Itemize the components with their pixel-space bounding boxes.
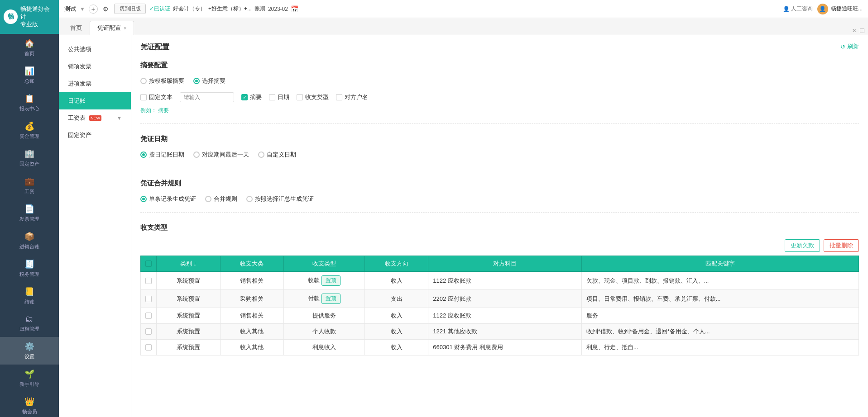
radio-select-summary[interactable]: 选择摘要 bbox=[193, 77, 225, 85]
window-maximize-button[interactable]: □ bbox=[860, 27, 864, 35]
sidebar-item-ledger[interactable]: 📊 总账 bbox=[0, 62, 59, 89]
sidebar-item-purchases[interactable]: 📦 进销台账 bbox=[0, 227, 59, 255]
sub-nav-item-purchase-invoice[interactable]: 进项发票 bbox=[59, 75, 131, 92]
invoice-icon: 📄 bbox=[24, 204, 34, 214]
radio-circle bbox=[193, 152, 200, 158]
summary-config-title: 摘要配置 bbox=[140, 61, 859, 70]
row-checkbox-box bbox=[145, 328, 152, 335]
topbar: 测试 ▼ + ⚙ 切到旧版 ✓已认证 好会计（专） +好生意（标）+... 账期… bbox=[59, 0, 868, 18]
row-category: 系统预置 bbox=[157, 308, 221, 324]
checkbox-counterpart-name[interactable]: 对方户名 bbox=[336, 93, 368, 101]
topbar-add-button[interactable]: + bbox=[89, 5, 98, 14]
row-checkbox[interactable] bbox=[145, 313, 152, 319]
radio-single-record[interactable]: 单条记录生成凭证 bbox=[140, 195, 196, 203]
checkbox-income-expense-type[interactable]: 收支类型 bbox=[297, 93, 329, 101]
topbar-status: ✓已认证 好会计（专） +好生意（标）+... 账期 2023-02 📅 bbox=[149, 5, 298, 13]
service-button[interactable]: 👤 人工咨询 bbox=[783, 5, 813, 13]
sub-nav-item-public[interactable]: 公共选项 bbox=[59, 41, 131, 58]
table-row: 系统预置 收入其他 个人收款 收入 1221 其他应收款 收到*借款、收到*备用… bbox=[141, 324, 859, 340]
type-tag[interactable]: 置顶 bbox=[321, 275, 340, 286]
radio-journal-date[interactable]: 按日记账日期 bbox=[140, 151, 184, 159]
table-row: 系统预置 销售相关 提供服务 收入 1122 应收账款 服务 bbox=[141, 308, 859, 324]
checkbox-fixed-text[interactable]: 固定文本 bbox=[140, 93, 173, 101]
checkbox-summary[interactable]: ✓ 摘要 bbox=[241, 93, 262, 101]
sub-nav-item-fixed-assets-sub[interactable]: 固定资产 bbox=[59, 127, 131, 144]
row-checkbox-box bbox=[145, 344, 152, 351]
sub-nav-item-payroll-table[interactable]: 工资表 NEW ▼ bbox=[59, 109, 131, 127]
topbar-company: 测试 bbox=[64, 5, 76, 13]
row-contra-subject: 660301 财务费用 利息费用 bbox=[428, 340, 581, 355]
radio-custom-date[interactable]: 自定义日期 bbox=[258, 151, 296, 159]
sidebar-item-settings[interactable]: ⚙️ 设置 bbox=[0, 337, 59, 365]
sidebar-item-reports[interactable]: 📋 报表中心 bbox=[0, 89, 59, 117]
tab-voucher-config[interactable]: 凭证配置 × bbox=[90, 21, 134, 35]
refresh-button[interactable]: ↺ 刷新 bbox=[840, 43, 859, 51]
radio-summary-generate[interactable]: 按照选择汇总生成凭证 bbox=[246, 195, 314, 203]
user-avatar: 👤 bbox=[817, 4, 828, 14]
topbar-settings-button[interactable]: ⚙ bbox=[101, 5, 110, 14]
example-text: 例如： 摘要 bbox=[140, 107, 859, 114]
radio-period-last-day[interactable]: 对应期间最后一天 bbox=[193, 151, 249, 159]
sidebar-item-invoice[interactable]: 📄 发票管理 bbox=[0, 199, 59, 227]
sidebar-item-label: 总账 bbox=[24, 78, 34, 85]
archive-icon: 🗂 bbox=[25, 314, 34, 324]
radio-circle-checked bbox=[140, 196, 147, 202]
row-checkbox[interactable] bbox=[145, 278, 152, 284]
checkbox-date[interactable]: 日期 bbox=[269, 93, 289, 101]
row-keywords: 收到*借款、收到*备用金、退回*备用金、个人... bbox=[581, 324, 858, 340]
row-checkbox[interactable] bbox=[145, 344, 152, 351]
sidebar-item-newbie[interactable]: 🌱 新手引导 bbox=[0, 365, 59, 392]
table-header-checkbox[interactable] bbox=[145, 261, 152, 267]
radio-merge-rule[interactable]: 合并规则 bbox=[205, 195, 237, 203]
tab-home[interactable]: 首页 bbox=[62, 21, 90, 35]
date-radio-group: 按日记账日期 对应期间最后一天 自定义日期 bbox=[140, 151, 859, 159]
row-contra-subject: 1221 其他应收款 bbox=[428, 324, 581, 340]
user-menu[interactable]: 👤 畅捷通旺旺... bbox=[817, 4, 863, 14]
checkbox-group: 固定文本 ✓ 摘要 日期 收支类型 bbox=[140, 92, 859, 102]
sidebar-item-tax[interactable]: 🧾 税务管理 bbox=[0, 255, 59, 282]
settings-icon: ⚙️ bbox=[24, 341, 34, 351]
sub-nav-item-sales-invoice[interactable]: 销项发票 bbox=[59, 58, 131, 75]
sidebar-item-finance[interactable]: 💰 资金管理 bbox=[0, 117, 59, 144]
sidebar-item-label: 结账 bbox=[24, 299, 34, 305]
sidebar-item-archive[interactable]: 🗂 归档管理 bbox=[0, 310, 59, 337]
income-expense-section: 收支类型 更新欠款 批量删除 bbox=[140, 223, 859, 365]
calendar-icon[interactable]: 📅 bbox=[291, 5, 298, 13]
fixed-text-input[interactable] bbox=[180, 92, 234, 102]
reports-icon: 📋 bbox=[24, 94, 34, 104]
closing-icon: 📒 bbox=[24, 287, 34, 297]
row-direction: 收入 bbox=[364, 324, 428, 340]
row-type: 提供服务 bbox=[284, 308, 364, 324]
row-checkbox[interactable] bbox=[145, 296, 152, 302]
sidebar-item-vip[interactable]: 👑 畅会员 bbox=[0, 392, 59, 417]
example-link[interactable]: 摘要 bbox=[158, 107, 169, 114]
row-checkbox[interactable] bbox=[145, 328, 152, 335]
type-tag[interactable]: 置顶 bbox=[321, 294, 340, 304]
col-category[interactable]: 类别 ↓ bbox=[161, 260, 216, 268]
row-category: 系统预置 bbox=[157, 290, 221, 308]
topbar-dropdown-arrow[interactable]: ▼ bbox=[80, 6, 85, 12]
sidebar-item-label: 资金管理 bbox=[19, 133, 39, 140]
update-btn[interactable]: 更新欠款 bbox=[785, 239, 820, 252]
row-checkbox-box bbox=[145, 313, 152, 319]
col-major-type: 收支大类 bbox=[220, 256, 284, 272]
sidebar-item-label: 进销台账 bbox=[19, 243, 39, 250]
sidebar-item-closing[interactable]: 📒 结账 bbox=[0, 282, 59, 310]
tab-close-button[interactable]: × bbox=[124, 25, 126, 31]
radio-template-summary[interactable]: 按模板版摘要 bbox=[140, 77, 184, 85]
summary-radio-group: 按模板版摘要 选择摘要 bbox=[140, 77, 859, 85]
table-row: 系统预置 销售相关 收款 置顶 收入 1122 应收账款 欠款、现金、项目款、到… bbox=[141, 272, 859, 290]
batch-delete-btn[interactable]: 批量删除 bbox=[824, 239, 859, 252]
window-close-button[interactable]: × bbox=[852, 27, 856, 35]
main-panel: 凭证配置 ↺ 刷新 摘要配置 按模板版摘要 选择摘要 bbox=[131, 35, 868, 417]
sub-nav-item-journal[interactable]: 日记账 bbox=[59, 92, 131, 109]
switch-old-version-button[interactable]: 切到旧版 bbox=[114, 4, 146, 14]
sidebar-item-fixed-assets[interactable]: 🏢 固定资产 bbox=[0, 144, 59, 172]
sidebar-item-payroll[interactable]: 💼 工资 bbox=[0, 172, 59, 199]
sidebar-item-home[interactable]: 🏠 首页 bbox=[0, 34, 59, 62]
sidebar-item-label: 畅会员 bbox=[22, 408, 37, 415]
row-keywords: 项目、日常费用、报销款、车费、承兑汇票、付款... bbox=[581, 290, 858, 308]
chevron-down-icon: ▼ bbox=[117, 115, 122, 121]
service-icon: 👤 bbox=[783, 6, 790, 12]
sidebar-item-label: 固定资产 bbox=[19, 161, 39, 167]
